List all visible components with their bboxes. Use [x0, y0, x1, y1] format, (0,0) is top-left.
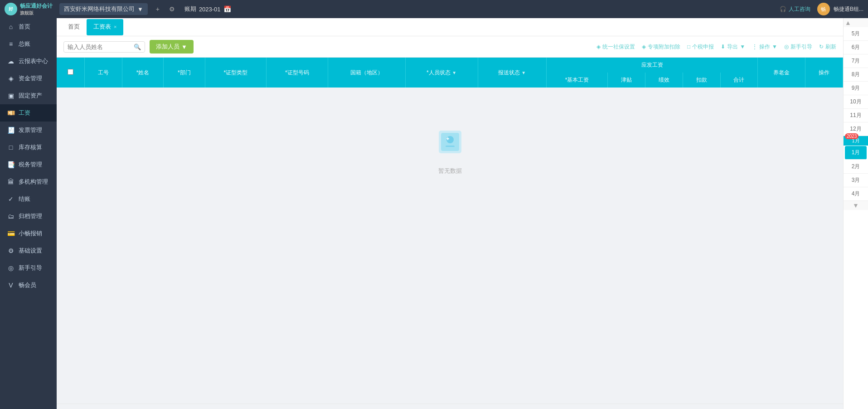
archive-icon: 🗂	[7, 213, 15, 220]
year-2023-badge: 2023 1月	[844, 136, 868, 146]
sidebar-label-ledger: 总账	[19, 40, 30, 48]
calendar-icon[interactable]: 📅	[223, 5, 231, 13]
export-dropdown: ▼	[740, 44, 745, 50]
scroll-bottom[interactable]	[57, 404, 843, 409]
company-selector[interactable]: 西安虾米网络科技有限公司 ▼	[59, 3, 148, 15]
user-info[interactable]: 畅 畅捷通B组...	[817, 3, 863, 15]
tab-salary[interactable]: 工资表 ×	[87, 19, 123, 35]
settings-btn[interactable]: ⚙	[167, 4, 178, 15]
month-5[interactable]: 5月	[844, 27, 868, 41]
month-3-2023[interactable]: 3月	[844, 174, 868, 187]
add-company-btn[interactable]: +	[152, 4, 163, 15]
sidebar-item-multiorg[interactable]: 🏛 多机构管理	[0, 173, 57, 190]
logo: 好 畅应通好会计 旗舰版	[5, 2, 53, 16]
guide-btn[interactable]: ◎ 新手引导	[784, 43, 812, 51]
th-total: 合计	[720, 73, 758, 88]
sidebar-item-assets[interactable]: ▣ 固定资产	[0, 87, 57, 104]
settings-icon: ⚙	[7, 247, 15, 254]
month-11[interactable]: 11月	[844, 109, 868, 122]
sidebar-item-report[interactable]: ☁ 云报表中心	[0, 53, 57, 70]
month-6[interactable]: 6月	[844, 41, 868, 54]
topbar-actions: + ⚙	[152, 4, 178, 15]
th-status: *人员状态 ▼	[405, 58, 478, 88]
sidebar-item-ledger[interactable]: ≡ 总账	[0, 35, 57, 53]
sidebar-label-fund: 资金管理	[19, 74, 42, 83]
sidebar-item-salary[interactable]: 💴 工资	[0, 104, 57, 122]
th-id: 工号	[85, 58, 122, 88]
tab-home[interactable]: 首页	[61, 19, 87, 35]
tab-close-icon[interactable]: ×	[114, 24, 116, 29]
current-year-badge: 2023	[845, 133, 858, 139]
sidebar-label-archive: 归档管理	[19, 212, 42, 220]
social-icon: ◈	[596, 44, 601, 50]
panel-up-btn[interactable]: ▲	[845, 19, 851, 26]
month-9[interactable]: 9月	[844, 82, 868, 95]
ledger-icon: ≡	[7, 40, 15, 48]
tabs-bar: 首页 工资表 ×	[57, 18, 843, 36]
th-pension: 养老金	[758, 58, 805, 88]
sidebar-item-tax[interactable]: 📑 税务管理	[0, 156, 57, 173]
settle-icon: ✓	[7, 195, 15, 203]
social-insurance-btn[interactable]: ◈ 统一社保设置	[596, 43, 635, 51]
month-4-2023[interactable]: 4月	[844, 187, 868, 201]
export-icon: ⬇	[721, 44, 725, 50]
th-deduction: 扣款	[683, 73, 720, 88]
sidebar-item-archive[interactable]: 🗂 归档管理	[0, 208, 57, 225]
select-all-checkbox[interactable]	[68, 69, 73, 75]
sidebar-label-settings: 基础设置	[19, 247, 42, 255]
customer-service-btn[interactable]: 🎧 人工咨询	[780, 5, 810, 13]
export-btn[interactable]: ⬇ 导出 ▼	[721, 43, 745, 51]
headset-icon: 🎧	[780, 6, 786, 12]
tab-salary-label: 工资表	[93, 23, 111, 31]
logo-main: 畅应通好会计	[20, 2, 53, 10]
sidebar-item-settings[interactable]: ⚙ 基础设置	[0, 242, 57, 259]
panel-down-btn[interactable]: ▼	[853, 202, 859, 209]
sidebar-label-invoice: 发票管理	[19, 126, 42, 134]
fund-icon: ◈	[7, 75, 15, 82]
month-1-2023[interactable]: 1月	[845, 146, 867, 160]
sidebar-item-settle[interactable]: ✓ 结账	[0, 190, 57, 208]
status-filter-icon[interactable]: ▼	[452, 70, 456, 75]
search-input[interactable]	[68, 44, 131, 50]
tab-home-label: 首页	[68, 23, 80, 31]
assets-icon: ▣	[7, 92, 15, 99]
ops-icon: ⋮	[752, 44, 757, 50]
report-filter-icon[interactable]: ▼	[521, 70, 526, 75]
sidebar-item-guide[interactable]: ◎ 新手引导	[0, 259, 57, 277]
sidebar-item-fund[interactable]: ◈ 资金管理	[0, 70, 57, 87]
th-subsidy: 津贴	[608, 73, 645, 88]
salary-table: 工号 *姓名 *部门 *证型类型 *证型号码 国籍（地区） *人员状态 ▼	[57, 58, 843, 88]
sidebar-item-vip[interactable]: V 畅会员	[0, 277, 57, 294]
topbar-right: 🎧 人工咨询 畅 畅捷通B组...	[780, 3, 863, 15]
sidebar-label-tax: 税务管理	[19, 161, 42, 169]
tax-label: 个税申报	[692, 43, 714, 51]
extra-deduction-btn[interactable]: ◈ 专项附加扣除	[642, 43, 680, 51]
month-8[interactable]: 8月	[844, 68, 868, 82]
sidebar-label-multiorg: 多机构管理	[19, 178, 48, 186]
guide-label: 新手引导	[790, 43, 812, 51]
search-container: 🔍	[63, 41, 145, 53]
refresh-icon: ↻	[819, 44, 824, 50]
month-7[interactable]: 7月	[844, 54, 868, 68]
tax-icon: 📑	[7, 161, 15, 168]
personal-tax-btn[interactable]: □ 个税申报	[687, 43, 714, 51]
add-person-btn[interactable]: 添加人员 ▼	[150, 40, 194, 54]
vip-icon: V	[7, 282, 15, 289]
search-icon: 🔍	[134, 44, 141, 50]
period-value: 2023-01	[199, 6, 221, 13]
guide-icon: ◎	[7, 264, 15, 272]
operations-btn[interactable]: ⋮ 操作 ▼	[752, 43, 777, 51]
sidebar-item-invoice[interactable]: 🧾 发票管理	[0, 122, 57, 139]
checkbox-header[interactable]	[57, 58, 85, 88]
sidebar-label-expense: 小畅报销	[19, 229, 42, 238]
refresh-btn[interactable]: ↻ 刷新	[819, 43, 836, 51]
th-salary-group: 应发工资	[546, 58, 758, 73]
sidebar-label-settle: 结账	[19, 195, 30, 203]
sidebar-item-inventory[interactable]: □ 库存核算	[0, 139, 57, 156]
extra-icon: ◈	[642, 44, 646, 50]
month-10[interactable]: 10月	[844, 95, 868, 109]
sidebar-item-home[interactable]: ⌂ 首页	[0, 18, 57, 35]
th-cert-type: *证型类型	[205, 58, 267, 88]
sidebar-item-expense[interactable]: 💳 小畅报销	[0, 225, 57, 242]
month-2-2023[interactable]: 2月	[844, 160, 868, 174]
